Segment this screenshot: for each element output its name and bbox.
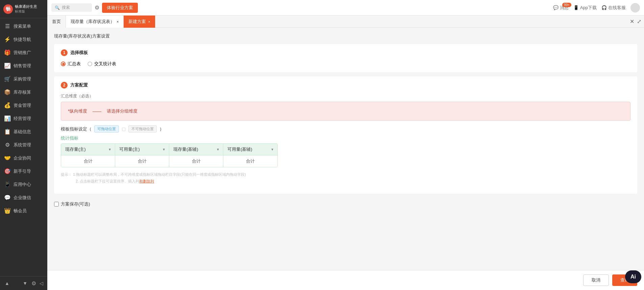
stats-header-row: 现存量(主) ▾ 可用量(主) ▾ 现存量(基辅) ▾ xyxy=(61,144,277,155)
search-area[interactable]: 🔍 搜索 xyxy=(51,3,92,12)
sidebar-item-search-menu[interactable]: ☰ 搜索菜单 xyxy=(0,20,47,33)
sidebar-label-marketing: 营销推广 xyxy=(14,50,31,56)
topbar-left: 🔍 搜索 ⚙ 体验行业方案 xyxy=(51,3,550,13)
save-option: 方案保存(可选) xyxy=(54,198,637,211)
tab-maximize-btn[interactable]: ⤢ xyxy=(637,18,641,25)
tab-close-btn[interactable]: ✕ xyxy=(630,18,634,25)
sidebar-scroll-down[interactable]: ▼ xyxy=(22,280,28,287)
stats-body-col-1-label: 合计 xyxy=(138,158,147,164)
app-name: 畅康通好生意 xyxy=(15,4,37,9)
tab-new-label: 新建方案 xyxy=(128,19,146,25)
stats-col-1-arrow[interactable]: ▾ xyxy=(163,147,165,152)
step1-badge: 1 xyxy=(61,49,68,56)
sidebar-item-app-center[interactable]: 📱 应用中心 xyxy=(0,178,47,191)
user-avatar[interactable] xyxy=(630,3,640,13)
sidebar-item-newbie[interactable]: 🎯 新手引导 xyxy=(0,165,47,178)
sidebar-item-enterprise[interactable]: 🤝 企业协同 xyxy=(0,151,47,165)
stats-col-2-arrow[interactable]: ▾ xyxy=(217,147,219,152)
stats-body-col-0: 合计 xyxy=(61,155,115,167)
sales-icon: 📈 xyxy=(4,63,11,69)
step1-title: 选择模板 xyxy=(70,50,88,56)
indicator-settings: 模板指标设定（ 可拖动位置 ▢ 不可拖动位置 ） 统计指标 现存量(主) ▾ xyxy=(61,125,630,167)
stats-col-2[interactable]: 现存量(基辅) ▾ xyxy=(169,144,223,155)
save-checkbox[interactable] xyxy=(54,202,59,207)
sidebar-item-finance[interactable]: 💰 资金管理 xyxy=(0,99,47,112)
sidebar-item-wechat[interactable]: 💬 企业微信 xyxy=(0,191,47,204)
app-download-btn[interactable]: 📱 App下载 xyxy=(573,5,597,11)
sidebar-item-system[interactable]: ⚙ 系统管理 xyxy=(0,138,47,151)
tip-2: 2. 点击标题栏下拉可设置排序、插入列和删除列 xyxy=(61,178,630,185)
online-service-btn[interactable]: 🎧 在线客服 xyxy=(601,5,626,11)
radio-crosstab-label: 交叉统计表 xyxy=(94,61,116,67)
sidebar-label-search-menu: 搜索菜单 xyxy=(14,23,31,29)
gear-icon[interactable]: ⚙ xyxy=(95,4,99,11)
search-icon: 🔍 xyxy=(55,5,60,10)
sidebar-item-quick-nav[interactable]: ⚡ 快捷导航 xyxy=(0,33,47,46)
sidebar: 畅 畅康通好生意 标准版 ☰ 搜索菜单 ⚡ 快捷导航 🎁 营销推广 📈 销售管理… xyxy=(0,0,47,290)
search-menu-icon: ☰ xyxy=(4,23,11,29)
stats-body-col-2: 合计 xyxy=(169,155,223,167)
tab-home-label: 首页 xyxy=(52,19,61,25)
dimension-placeholder[interactable]: 请选择分组维度 xyxy=(107,108,138,114)
vertical-dimension-row: *纵向维度 —— 请选择分组维度 xyxy=(68,108,623,114)
indicator-label-sep: ▢ xyxy=(122,126,126,131)
tab-inventory-status[interactable]: 现存量（库存状况表） × xyxy=(66,16,124,28)
step2-header: 2 方案配置 xyxy=(61,82,630,89)
cancel-button[interactable]: 取消 xyxy=(583,274,609,286)
online-service-label: 在线客服 xyxy=(608,5,626,11)
tab-home[interactable]: 首页 xyxy=(47,16,66,28)
stats-col-1[interactable]: 可用量(主) ▾ xyxy=(115,144,169,155)
stats-col-3-arrow[interactable]: ▾ xyxy=(271,147,273,152)
stats-body-col-0-label: 合计 xyxy=(84,158,93,164)
sidebar-item-inventory[interactable]: 📦 库存核算 xyxy=(0,86,47,99)
sidebar-item-purchase[interactable]: 🛒 采购管理 xyxy=(0,72,47,86)
sidebar-label-finance: 资金管理 xyxy=(14,102,31,108)
base-info-icon: 📋 xyxy=(4,128,11,135)
marketing-icon: 🎁 xyxy=(4,49,11,56)
sidebar-label-base-info: 基础信息 xyxy=(14,129,31,135)
sidebar-scroll-up[interactable]: ▲ xyxy=(4,280,10,287)
ai-bubble[interactable]: Ai xyxy=(625,270,641,283)
sidebar-label-newbie: 新手引导 xyxy=(14,168,31,174)
collapse-icon[interactable]: ◁ xyxy=(40,281,43,286)
wechat-icon: 💬 xyxy=(4,194,11,201)
sidebar-label-operations: 经营管理 xyxy=(14,116,31,122)
tab-inventory-close[interactable]: × xyxy=(117,20,119,24)
radio-crosstab[interactable]: 交叉统计表 xyxy=(88,61,116,67)
sidebar-item-base-info[interactable]: 📋 基础信息 xyxy=(0,125,47,138)
indicator-label-text: 模板指标设定（ xyxy=(61,126,92,132)
stats-col-0-arrow[interactable]: ▾ xyxy=(109,147,111,152)
industry-btn[interactable]: 体验行业方案 xyxy=(102,3,138,13)
stats-col-0[interactable]: 现存量(主) ▾ xyxy=(61,144,115,155)
enterprise-icon: 🤝 xyxy=(4,155,11,161)
sidebar-item-member[interactable]: 👑 畅会员 xyxy=(0,204,47,217)
unmovable-badge: 不可拖动位置 xyxy=(128,125,157,132)
settings-icon[interactable]: ⚙ xyxy=(31,280,36,287)
quick-nav-icon: ⚡ xyxy=(4,36,11,43)
sidebar-item-operations[interactable]: 📊 经营管理 xyxy=(0,112,47,125)
movable-badge: 可拖动位置 xyxy=(94,125,119,132)
radio-summary[interactable]: 汇总表 xyxy=(61,61,81,67)
tip-link[interactable]: 和删除列 xyxy=(139,179,154,183)
messages-badge: 99+ xyxy=(562,3,571,7)
sidebar-item-sales[interactable]: 📈 销售管理 xyxy=(0,59,47,72)
ai-label: Ai xyxy=(630,274,636,280)
stats-col-1-label: 可用量(主) xyxy=(119,146,140,152)
tips-area: 提示： 1.拖动标题栏可以调整布局，不可跨维度或指标区域拖动栏目字段(只能在同一… xyxy=(61,171,630,185)
sidebar-label-purchase: 采购管理 xyxy=(14,76,31,82)
messages-btn[interactable]: 💬 消息 99+ xyxy=(553,5,569,11)
stats-col-3[interactable]: 可用量(基辅) ▾ xyxy=(223,144,277,155)
tab-new-scheme[interactable]: 新建方案 × xyxy=(124,16,155,28)
tab-new-close[interactable]: × xyxy=(148,20,150,24)
sidebar-item-marketing[interactable]: 🎁 营销推广 xyxy=(0,46,47,59)
download-icon: 📱 xyxy=(573,5,579,10)
stats-section-title: 统计指标 xyxy=(61,135,630,141)
vertical-dimension-label: *纵向维度 xyxy=(68,108,87,114)
app-center-icon: 📱 xyxy=(4,181,11,188)
message-icon: 💬 xyxy=(553,5,559,10)
sidebar-label-system: 系统管理 xyxy=(14,142,31,148)
topbar: 🔍 搜索 ⚙ 体验行业方案 💬 消息 99+ 📱 App下载 🎧 在线客服 xyxy=(47,0,644,16)
sidebar-label-app-center: 应用中心 xyxy=(14,182,31,188)
finance-icon: 💰 xyxy=(4,102,11,108)
step1-header: 1 选择模板 xyxy=(61,49,630,56)
